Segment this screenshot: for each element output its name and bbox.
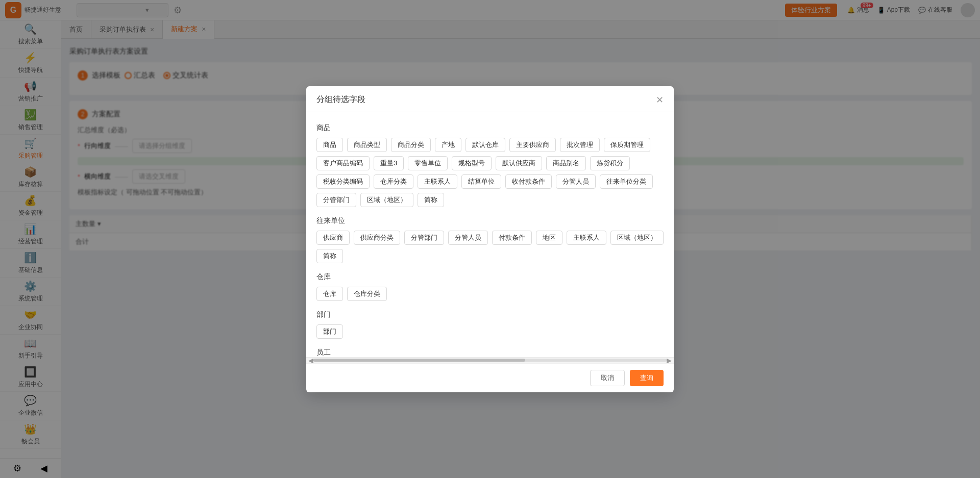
field-tag-0-5[interactable]: 主要供应商	[509, 138, 556, 152]
field-tag-0-6[interactable]: 批次管理	[560, 138, 600, 152]
field-tag-0-19[interactable]: 收付款条件	[505, 174, 552, 189]
field-tag-2-0[interactable]: 仓库	[316, 287, 343, 301]
hscroll-thumb	[313, 359, 525, 362]
field-tag-0-16[interactable]: 仓库分类	[374, 174, 413, 189]
hscroll-track	[313, 359, 667, 362]
field-group-title-1: 往来单位	[316, 216, 664, 225]
field-tag-1-4[interactable]: 付款条件	[492, 231, 532, 245]
dialog-title: 分组待选字段	[316, 94, 365, 105]
field-tag-0-18[interactable]: 结算单位	[461, 174, 501, 189]
dialog-footer: 取消 查询	[306, 363, 674, 392]
field-tag-1-5[interactable]: 地区	[536, 231, 562, 245]
field-tag-0-1[interactable]: 商品类型	[347, 138, 387, 152]
field-select-dialog: 分组待选字段 ✕ 商品商品商品类型商品分类产地默认仓库主要供应商批次管理保质期管…	[306, 86, 674, 392]
field-tag-0-13[interactable]: 商品别名	[546, 156, 586, 170]
field-tag-0-4[interactable]: 默认仓库	[465, 138, 505, 152]
field-tag-0-20[interactable]: 分管人员	[556, 174, 596, 189]
field-tag-0-22[interactable]: 分管部门	[316, 193, 356, 207]
field-tag-0-2[interactable]: 商品分类	[391, 138, 431, 152]
field-tag-1-1[interactable]: 供应商分类	[354, 231, 400, 245]
field-tag-0-8[interactable]: 客户商品编码	[316, 156, 370, 170]
dialog-header: 分组待选字段 ✕	[306, 86, 674, 112]
field-tag-1-7[interactable]: 区域（地区）	[610, 231, 664, 245]
field-tag-1-3[interactable]: 分管人员	[448, 231, 488, 245]
field-group-title-3: 部门	[316, 310, 664, 319]
field-tag-0-24[interactable]: 简称	[418, 193, 444, 207]
field-tag-0-11[interactable]: 规格型号	[452, 156, 492, 170]
field-tag-1-6[interactable]: 主联系人	[567, 231, 606, 245]
field-tag-0-23[interactable]: 区域（地区）	[360, 193, 413, 207]
field-tag-0-17[interactable]: 主联系人	[418, 174, 457, 189]
dialog-hscroll: ◀ ▶	[306, 357, 674, 363]
field-tag-1-2[interactable]: 分管部门	[404, 231, 444, 245]
field-tag-0-15[interactable]: 税收分类编码	[316, 174, 370, 189]
field-tag-2-1[interactable]: 仓库分类	[347, 287, 387, 301]
field-tag-1-8[interactable]: 简称	[316, 249, 343, 263]
field-tag-1-0[interactable]: 供应商	[316, 231, 350, 245]
field-group-title-4: 员工	[316, 348, 664, 357]
confirm-button[interactable]: 查询	[630, 370, 664, 386]
field-tag-0-9[interactable]: 重量3	[374, 156, 404, 170]
field-tag-0-7[interactable]: 保质期管理	[604, 138, 650, 152]
field-tags-3: 部门	[316, 324, 664, 339]
field-tag-0-21[interactable]: 往来单位分类	[600, 174, 653, 189]
field-tag-0-0[interactable]: 商品	[316, 138, 343, 152]
field-tag-3-0[interactable]: 部门	[316, 324, 343, 339]
dialog-overlay: 分组待选字段 ✕ 商品商品商品类型商品分类产地默认仓库主要供应商批次管理保质期管…	[0, 0, 980, 478]
field-tag-0-10[interactable]: 零售单位	[408, 156, 448, 170]
field-tags-1: 供应商供应商分类分管部门分管人员付款条件地区主联系人区域（地区）简称	[316, 231, 664, 263]
field-tag-0-12[interactable]: 默认供应商	[496, 156, 542, 170]
field-group-title-0: 商品	[316, 123, 664, 133]
field-group-title-2: 仓库	[316, 272, 664, 282]
dialog-close-button[interactable]: ✕	[656, 94, 664, 106]
field-tag-0-3[interactable]: 产地	[435, 138, 461, 152]
field-tag-0-14[interactable]: 炼货积分	[590, 156, 630, 170]
field-tags-0: 商品商品类型商品分类产地默认仓库主要供应商批次管理保质期管理客户商品编码重量3零…	[316, 138, 664, 207]
dialog-body: 商品商品商品类型商品分类产地默认仓库主要供应商批次管理保质期管理客户商品编码重量…	[306, 112, 674, 357]
field-tags-2: 仓库仓库分类	[316, 287, 664, 301]
cancel-button[interactable]: 取消	[590, 370, 625, 386]
